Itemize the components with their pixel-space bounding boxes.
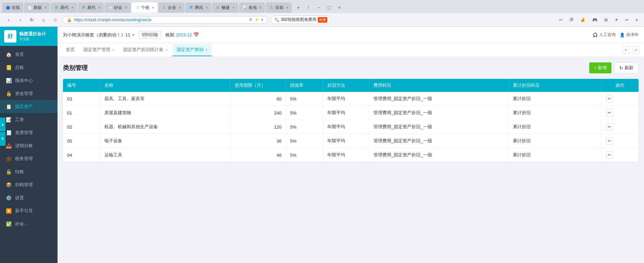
- sidebar-item-tax-mgmt[interactable]: 💼 税务管理: [0, 152, 58, 165]
- browser-tab-yidai2[interactable]: 易 易代 ×: [78, 2, 104, 13]
- tab-label: 易代: [60, 5, 68, 11]
- tab-home[interactable]: 首页: [62, 44, 79, 56]
- sidebar-item-extra[interactable]: ✅ 好会...: [0, 217, 58, 230]
- browser-tab-qiye[interactable]: C 企业 ×: [158, 2, 184, 13]
- tab-close-icon[interactable]: ×: [286, 5, 288, 10]
- refresh-button[interactable]: ↻ 刷新: [614, 62, 639, 73]
- toolbar-right: ✂ 译 💰 🎮 ⊞ ☀ ↩ ≡: [557, 16, 640, 23]
- row3-actions: ✏: [602, 120, 639, 134]
- url-icons: ⚙ ⚡ ▾: [249, 17, 263, 22]
- home-button[interactable]: ⌂: [39, 15, 48, 24]
- tab-more-button[interactable]: ⋮: [304, 3, 313, 12]
- tab-fixed-assets-mgmt[interactable]: 固定资产管理 ×: [79, 44, 118, 56]
- user-name: 徐泽华: [626, 32, 639, 38]
- edit-button[interactable]: ✏: [606, 95, 613, 103]
- browser-tab-yidai1[interactable]: 易 易代 ×: [51, 2, 77, 13]
- sidebar-item-home[interactable]: 🏠 首页: [0, 48, 58, 61]
- sidebar-label-purchase: 进销台账: [15, 143, 33, 149]
- expand-panel-button[interactable]: ⤢: [632, 46, 640, 54]
- edit-button[interactable]: ✏: [606, 151, 613, 159]
- close-window-button[interactable]: ×: [335, 3, 344, 12]
- sidebar-item-fixed-assets[interactable]: 📋 固定资产: [0, 100, 58, 113]
- sidebar-label-fixed: 固定资产: [15, 104, 33, 110]
- sidebar-item-general-ledger[interactable]: 📒 总账: [0, 61, 58, 74]
- menu-button[interactable]: ≡: [633, 17, 640, 23]
- dropdown-icon[interactable]: ▾: [132, 32, 135, 37]
- add-button[interactable]: + 新增: [589, 62, 611, 73]
- tab-close-icon[interactable]: ×: [112, 48, 114, 52]
- tab-close-icon[interactable]: ×: [232, 5, 235, 10]
- tab-close-icon[interactable]: ×: [45, 5, 47, 10]
- consult-button[interactable]: 🎧 人工咨询: [593, 32, 616, 38]
- tab-close-icon[interactable]: ×: [71, 5, 73, 10]
- browser-tab-haohui[interactable]: ☁️ 好会 ×: [104, 2, 130, 13]
- edit-button[interactable]: ✏: [606, 137, 613, 145]
- sidebar-item-fund-mgmt[interactable]: 🔒 资金管理: [0, 87, 58, 100]
- search-box[interactable]: 🔍 360智能抠图免费用 热搜: [270, 15, 331, 24]
- sidebar-item-archive[interactable]: 📦 归档管理: [0, 178, 58, 191]
- browser-tab-tengxun[interactable]: 腾 腾讯 ×: [185, 2, 211, 13]
- reload-button[interactable]: ↻: [27, 15, 36, 24]
- tab-close-icon[interactable]: ×: [152, 5, 154, 10]
- tab-close-icon[interactable]: ×: [98, 5, 100, 10]
- browser-tab-zaixin[interactable]: 🔵 在线: [2, 2, 23, 13]
- float-button-top[interactable]: ▲: [0, 118, 5, 131]
- tab-close-icon[interactable]: ×: [179, 5, 181, 10]
- row4-months: 36: [230, 134, 286, 148]
- sidebar-item-purchase-sales[interactable]: 📥 进销台账: [0, 139, 58, 152]
- row3-code: 02: [63, 120, 100, 134]
- sidebar-item-guide[interactable]: ▶️ 新手引导: [0, 204, 58, 217]
- bookmark-button[interactable]: ☆: [51, 15, 60, 24]
- undo-button[interactable]: ↩: [623, 17, 631, 23]
- tab-close-icon[interactable]: ×: [206, 5, 208, 10]
- tab-close-icon[interactable]: ×: [260, 5, 262, 10]
- expand-icon[interactable]: ▾: [261, 17, 263, 22]
- sun-button[interactable]: ☀: [613, 17, 620, 23]
- app-wrapper: 好 畅捷通好会计 专业版 🏠 首页 📒 总账 📊 报表中心 🔒 资金管理: [0, 27, 644, 263]
- browser-tab-muqian[interactable]: S 目前 ×: [266, 2, 292, 13]
- browser-tab-changjie[interactable]: M 畅捷 ×: [212, 2, 238, 13]
- tab-close-icon[interactable]: ×: [205, 48, 207, 52]
- edit-button[interactable]: ✏: [606, 123, 613, 131]
- tab-close-icon[interactable]: ×: [165, 48, 167, 52]
- switch-version-button[interactable]: 切到旧版: [139, 31, 161, 39]
- tab-home-label: 首页: [66, 47, 75, 53]
- browser-tab-xinban[interactable]: 📄 新版 ×: [24, 2, 50, 13]
- translate-button[interactable]: 译: [567, 16, 576, 23]
- site-info-icon[interactable]: ⚙: [249, 17, 252, 22]
- lightning-icon[interactable]: ⚡: [254, 17, 259, 22]
- tab-favicon: 📄: [27, 5, 32, 10]
- row2-residual: 5%: [286, 106, 323, 120]
- row1-expense: 管理费用_固定资产折旧_一级: [369, 92, 509, 106]
- row2-actions: ✏: [602, 106, 639, 120]
- sidebar-item-report-center[interactable]: 📊 报表中心: [0, 74, 58, 87]
- game-button[interactable]: 🎮: [590, 17, 599, 23]
- sidebar-item-salary[interactable]: 📝 工资: [0, 113, 58, 126]
- user-profile-button[interactable]: 👤 徐泽华: [620, 32, 639, 38]
- sidebar-item-settings[interactable]: ⚙️ 设置: [0, 191, 58, 204]
- float-button-bottom[interactable]: ▼: [0, 132, 5, 146]
- maximize-button[interactable]: □: [325, 3, 333, 12]
- browser-tab-active[interactable]: 📄 个税 ×: [131, 2, 157, 13]
- grid-button[interactable]: ⊞: [602, 17, 610, 23]
- forward-button[interactable]: ›: [16, 15, 25, 24]
- tab-close-icon[interactable]: ×: [125, 5, 127, 10]
- sidebar-item-closing[interactable]: 🔓 结账: [0, 165, 58, 178]
- logo-text-block: 畅捷通好会计 专业版: [19, 31, 46, 42]
- sidebar-item-invoice[interactable]: 🧾 发票管理: [0, 126, 58, 139]
- minimize-button[interactable]: −: [314, 3, 323, 12]
- close-panel-button[interactable]: ×: [622, 46, 630, 54]
- tab-depreciation-stats[interactable]: 固定资产折旧统计表 ×: [119, 44, 172, 56]
- tab-label: 好会: [114, 5, 122, 11]
- tab-fixed-assets-category[interactable]: 固定资产类别 ×: [173, 44, 212, 56]
- calendar-icon[interactable]: 📅: [193, 32, 199, 37]
- cut-button[interactable]: ✂: [557, 17, 565, 23]
- url-box[interactable]: 🔒 https://cloud.chanjet.com/accounting/u…: [62, 16, 268, 24]
- back-button[interactable]: ‹: [4, 15, 13, 24]
- browser-tab-gedi[interactable]: 📊 各地 ×: [239, 2, 265, 13]
- coin-button[interactable]: 💰: [578, 17, 588, 23]
- edit-button[interactable]: ✏: [606, 109, 613, 117]
- tab-label: 在线: [12, 5, 20, 11]
- new-tab-button[interactable]: +: [294, 3, 303, 12]
- period-value: 2023-12: [176, 32, 192, 37]
